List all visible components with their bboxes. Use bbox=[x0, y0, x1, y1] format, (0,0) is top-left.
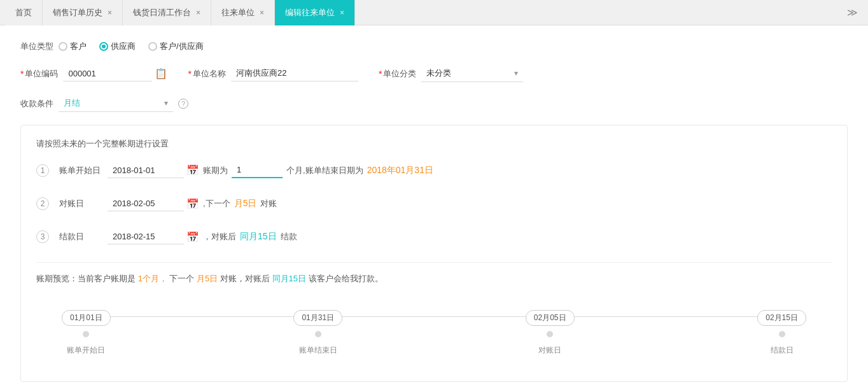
tab-cash-reconciliation[interactable]: 钱货日清工作台 × bbox=[123, 0, 211, 25]
unit-code-calendar-icon[interactable]: 📋 bbox=[155, 67, 167, 80]
tab-sales-label: 销售订单历史 bbox=[53, 7, 102, 18]
node-label-0: 账单开始日 bbox=[67, 345, 105, 356]
unit-type-label: 单位类型 bbox=[20, 41, 53, 52]
node-badge-2: 02月05日 bbox=[526, 310, 575, 326]
preview-text: 账期预览：当前客户账期是 1个月， 下一个 月5日 对账，对账后 同月15日 该… bbox=[36, 273, 832, 285]
unit-type-radio-group: 客户 供应商 客户/供应商 bbox=[59, 41, 204, 52]
tab-home-label: 首页 bbox=[15, 7, 32, 18]
node-badge-0: 01月01日 bbox=[62, 310, 111, 326]
payment-terms-dropdown[interactable]: 月结 ▾ bbox=[59, 95, 173, 112]
unit-category-value: 未分类 bbox=[426, 67, 509, 79]
tab-sales-close-icon[interactable]: × bbox=[108, 8, 112, 17]
setting-row-2: 2 对账日 📅 ,下一个 月5日 对账 bbox=[36, 196, 832, 211]
radio-supplier-label: 供应商 bbox=[111, 41, 136, 52]
node-circle-2 bbox=[547, 331, 553, 337]
radio-supplier[interactable]: 供应商 bbox=[99, 41, 136, 52]
row-number-2: 2 bbox=[36, 197, 49, 210]
main-content: 单位类型 客户 供应商 客户/供应商 * 单位编码 📋 * 单位名称 bbox=[0, 25, 868, 387]
timeline-node-3: 02月15日 结款日 bbox=[757, 310, 806, 356]
unit-name-label: 单位名称 bbox=[193, 68, 226, 80]
unit-code-star: * bbox=[20, 69, 24, 79]
radio-both-label: 客户/供应商 bbox=[160, 41, 204, 52]
reconcile-suffix-text: 对账 bbox=[260, 198, 277, 209]
tab-home[interactable]: 首页 bbox=[5, 0, 43, 25]
radio-supplier-circle bbox=[99, 42, 108, 51]
reconcile-date-input[interactable] bbox=[108, 196, 184, 211]
unit-name-input[interactable] bbox=[231, 66, 358, 81]
preview-section: 账期预览：当前客户账期是 1个月， 下一个 月5日 对账，对账后 同月15日 该… bbox=[36, 262, 832, 369]
row-number-3: 3 bbox=[36, 230, 49, 243]
setting-row-1: 1 账单开始日 📅 账期为 个月,账单结束日期为 2018年01月31日 bbox=[36, 162, 832, 178]
timeline-node-1: 01月31日 账单结束日 bbox=[293, 310, 342, 356]
node-badge-1: 01月31日 bbox=[293, 310, 342, 326]
payment-date-calendar-icon[interactable]: 📅 bbox=[186, 231, 199, 243]
unit-category-arrow-icon: ▾ bbox=[514, 69, 518, 78]
period-end-date: 2018年01月31日 bbox=[367, 165, 433, 176]
reconcile-highlight: 月5日 bbox=[234, 198, 257, 209]
tab-edit-close-icon[interactable]: × bbox=[340, 8, 344, 17]
field-label-3: 结款日 bbox=[59, 231, 97, 243]
tab-counterpart[interactable]: 往来单位 × bbox=[211, 0, 275, 25]
node-label-1: 账单结束日 bbox=[299, 345, 337, 356]
preview-middle2: 对账，对账后 bbox=[220, 274, 270, 283]
payment-highlight: 同月15日 bbox=[240, 231, 277, 243]
payment-terms-row: 收款条件 月结 ▾ ? bbox=[20, 95, 848, 112]
period-prefix-text: 账期为 bbox=[203, 165, 228, 176]
tab-edit-label: 编辑往来单位 bbox=[285, 7, 335, 18]
preview-highlight2: 月5日 bbox=[197, 274, 218, 283]
node-circle-0 bbox=[83, 331, 89, 337]
tab-cash-close-icon[interactable]: × bbox=[196, 8, 200, 17]
start-date-input[interactable] bbox=[108, 163, 184, 178]
radio-both-circle bbox=[148, 42, 157, 51]
tab-sales-order-history[interactable]: 销售订单历史 × bbox=[43, 0, 123, 25]
unit-name-group: * 单位名称 bbox=[188, 66, 358, 81]
unit-name-star: * bbox=[188, 69, 191, 79]
tab-cash-label: 钱货日清工作台 bbox=[133, 7, 191, 18]
unit-category-dropdown[interactable]: 未分类 ▾ bbox=[421, 65, 523, 82]
tab-edit-counterpart[interactable]: 编辑往来单位 × bbox=[275, 0, 355, 25]
payment-prefix-text: ，对账后 bbox=[203, 231, 236, 243]
payment-terms-label: 收款条件 bbox=[20, 98, 53, 109]
timeline-node-2: 02月05日 对账日 bbox=[526, 310, 575, 356]
node-label-3: 结款日 bbox=[771, 345, 794, 356]
card-title: 请按照未来的一个完整帐期进行设置 bbox=[36, 138, 832, 150]
unit-category-group: * 单位分类 未分类 ▾ bbox=[379, 65, 523, 82]
unit-fields-row: * 单位编码 📋 * 单位名称 * 单位分类 未分类 ▾ bbox=[20, 65, 848, 82]
reconcile-prefix-text: ,下一个 bbox=[203, 198, 230, 209]
tab-counterpart-label: 往来单位 bbox=[221, 7, 255, 18]
node-label-2: 对账日 bbox=[538, 345, 561, 356]
reconcile-date-calendar-icon[interactable]: 📅 bbox=[186, 198, 199, 210]
unit-category-star: * bbox=[379, 69, 382, 79]
payment-date-input[interactable] bbox=[108, 229, 184, 244]
preview-suffix: 该客户会给我打款。 bbox=[309, 274, 383, 283]
period-input[interactable] bbox=[232, 162, 283, 178]
payment-suffix-text: 结款 bbox=[281, 231, 297, 243]
radio-customer[interactable]: 客户 bbox=[59, 41, 87, 52]
unit-code-input[interactable] bbox=[63, 66, 152, 81]
radio-customer-label: 客户 bbox=[70, 41, 87, 52]
tab-counterpart-close-icon[interactable]: × bbox=[260, 8, 264, 17]
node-circle-3 bbox=[779, 331, 785, 337]
payment-terms-arrow-icon: ▾ bbox=[164, 99, 168, 108]
preview-middle1: 下一个 bbox=[169, 274, 194, 283]
unit-code-label: 单位编码 bbox=[25, 68, 58, 80]
unit-category-label: 单位分类 bbox=[383, 68, 416, 80]
timeline-nodes: 01月01日 账单开始日 01月31日 账单结束日 bbox=[62, 310, 806, 356]
tab-bar: 首页 销售订单历史 × 钱货日清工作台 × 往来单位 × 编辑往来单位 × ≫ bbox=[0, 0, 868, 25]
radio-customer-circle bbox=[59, 42, 67, 51]
node-circle-1 bbox=[315, 331, 321, 337]
node-badge-3: 02月15日 bbox=[757, 310, 806, 326]
field-label-1: 账单开始日 bbox=[59, 165, 97, 176]
preview-highlight1: 1个月， bbox=[138, 274, 167, 283]
radio-both[interactable]: 客户/供应商 bbox=[148, 41, 204, 52]
start-date-calendar-icon[interactable]: 📅 bbox=[186, 164, 199, 176]
payment-terms-value: 月结 bbox=[64, 97, 159, 109]
payment-terms-help-icon[interactable]: ? bbox=[178, 99, 188, 109]
period-unit-text: 个月,账单结束日期为 bbox=[286, 165, 363, 176]
unit-type-row: 单位类型 客户 供应商 客户/供应商 bbox=[20, 41, 848, 52]
tab-expand-icon[interactable]: ≫ bbox=[842, 6, 863, 18]
timeline: 01月01日 账单开始日 01月31日 账单结束日 bbox=[36, 297, 832, 369]
unit-code-group: * 单位编码 📋 bbox=[20, 66, 167, 81]
settings-card: 请按照未来的一个完整帐期进行设置 1 账单开始日 📅 账期为 个月,账单结束日期… bbox=[20, 125, 848, 382]
preview-highlight3: 同月15日 bbox=[272, 274, 306, 283]
